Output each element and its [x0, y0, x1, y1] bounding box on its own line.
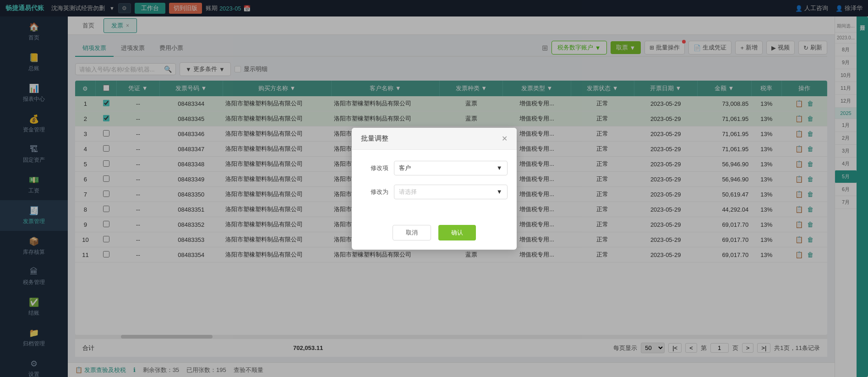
change-dropdown-icon: ▼ — [497, 188, 502, 195]
cancel-button[interactable]: 取消 — [393, 225, 431, 240]
batch-adjust-modal: 批量调整 ✕ 修改项 客户 ▼ 修改为 请选择 ▼ 取消 确认 — [352, 128, 517, 250]
modal-footer: 取消 确认 — [352, 219, 517, 250]
modal-close-icon[interactable]: ✕ — [502, 134, 508, 143]
field-row: 修改项 客户 ▼ — [361, 161, 508, 175]
field-dropdown-icon: ▼ — [497, 164, 502, 171]
change-label: 修改为 — [361, 188, 388, 196]
modal-body: 修改项 客户 ▼ 修改为 请选择 ▼ — [352, 150, 517, 219]
change-select[interactable]: 请选择 ▼ — [394, 185, 508, 199]
modal-title: 批量调整 — [361, 134, 388, 143]
modal-overlay: 批量调整 ✕ 修改项 客户 ▼ 修改为 请选择 ▼ 取消 确认 — [0, 0, 868, 377]
modal-header: 批量调整 ✕ — [352, 128, 517, 150]
change-placeholder: 请选择 — [399, 188, 417, 196]
field-label: 修改项 — [361, 164, 388, 172]
field-select[interactable]: 客户 ▼ — [394, 161, 508, 175]
change-to-row: 修改为 请选择 ▼ — [361, 185, 508, 199]
confirm-button[interactable]: 确认 — [438, 225, 476, 240]
